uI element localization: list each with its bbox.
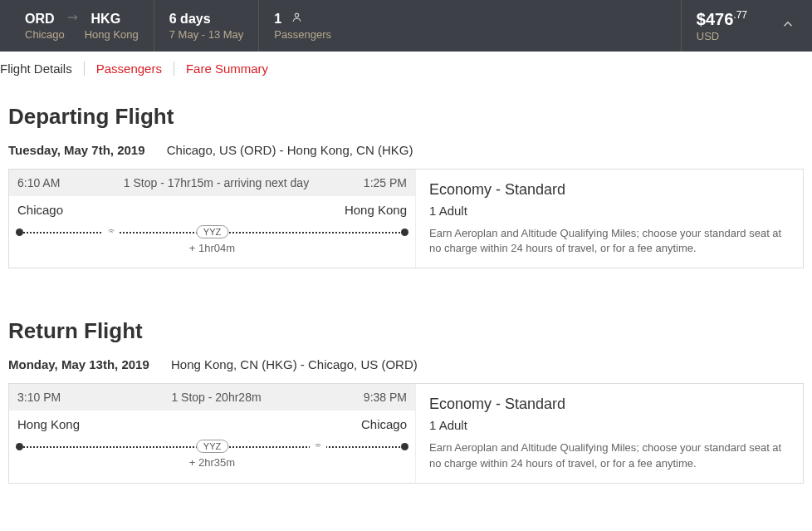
departing-times-row: 6:10 AM 1 Stop - 17hr15m - arriving next… — [9, 170, 415, 196]
tab-bar: Flight Details Passengers Fare Summary — [0, 52, 812, 86]
return-from-city: Hong Kong — [17, 417, 100, 431]
return-fare-class: Economy - Standard — [429, 396, 790, 413]
plane-icon — [65, 12, 81, 27]
departing-from-city: Chicago — [17, 203, 100, 217]
content-area: Departing Flight Tuesday, May 7th, 2019 … — [0, 104, 812, 509]
wifi-icon — [310, 440, 326, 453]
return-date: Monday, May 13th, 2019 — [8, 357, 149, 371]
dest-code: HKG — [91, 12, 121, 27]
chevron-up-icon — [780, 17, 795, 35]
price-cents: .77 — [733, 9, 747, 21]
return-title: Return Flight — [8, 318, 804, 344]
departing-route: Chicago, US (ORD) - Hong Kong, CN (HKG) — [167, 143, 413, 157]
departing-layover: + 1hr04m — [189, 242, 235, 254]
timeline-start-dot — [16, 443, 23, 450]
return-fare-note: Earn Aeroplan and Altitude Qualifying Mi… — [429, 440, 790, 470]
departing-stops-info: 1 Stop - 17hr15m - arriving next day — [100, 176, 332, 189]
return-layover: + 2hr35m — [189, 456, 235, 469]
tab-flight-details[interactable]: Flight Details — [0, 61, 85, 76]
return-arrive-time: 9:38 PM — [332, 391, 407, 404]
return-route: Hong Kong, CN (HKG) - Chicago, US (ORD) — [171, 357, 418, 371]
return-times-row: 3:10 PM 1 Stop - 20hr28m 9:38 PM — [9, 384, 415, 411]
duration-days: 6 days — [169, 12, 244, 27]
collapse-toggle[interactable] — [764, 0, 812, 52]
timeline-end-dot — [401, 443, 408, 450]
return-depart-time: 3:10 PM — [17, 391, 100, 404]
origin-city: Chicago — [25, 28, 65, 41]
departing-fare-class: Economy - Standard — [429, 181, 790, 199]
departing-arrive-time: 1:25 PM — [332, 176, 407, 189]
timeline-end-dot — [401, 229, 408, 236]
departing-cities-row: Chicago Hong Kong — [9, 196, 415, 220]
departing-depart-time: 6:10 AM — [17, 176, 100, 189]
departing-fare-note: Earn Aeroplan and Altitude Qualifying Mi… — [429, 226, 790, 256]
tab-fare-summary[interactable]: Fare Summary — [174, 61, 280, 76]
departing-card: 6:10 AM 1 Stop - 17hr15m - arriving next… — [8, 169, 804, 268]
origin-code: ORD — [25, 12, 55, 27]
return-timeline-panel: 3:10 PM 1 Stop - 20hr28m 9:38 PM Hong Ko… — [9, 384, 416, 482]
date-range: 7 May - 13 May — [169, 28, 244, 41]
pax-count: 1 — [274, 12, 281, 27]
departing-title: Departing Flight — [8, 104, 804, 130]
duration-cell: 6 days 7 May - 13 May — [154, 0, 259, 52]
return-stops-info: 1 Stop - 20hr28m — [100, 391, 332, 404]
passengers-cell: 1 Passengers — [258, 0, 346, 52]
pax-label: Passengers — [274, 28, 331, 41]
departing-date: Tuesday, May 7th, 2019 — [8, 143, 145, 157]
timeline-start-dot — [16, 229, 23, 236]
currency: USD — [697, 30, 747, 42]
departing-date-route: Tuesday, May 7th, 2019 Chicago, US (ORD)… — [8, 143, 804, 157]
route-cell: ORD HKG Chicago Hong Kong — [0, 0, 154, 52]
return-cities-row: Hong Kong Chicago — [9, 411, 415, 435]
departing-connection: YYZ — [196, 225, 228, 238]
wifi-icon — [103, 226, 120, 238]
return-date-route: Monday, May 13th, 2019 Hong Kong, CN (HK… — [8, 357, 804, 371]
return-timeline: YYZ + 2hr35m — [17, 440, 407, 473]
departing-timeline-panel: 6:10 AM 1 Stop - 17hr15m - arriving next… — [9, 170, 416, 268]
departing-fare-panel: Economy - Standard 1 Adult Earn Aeroplan… — [416, 170, 803, 268]
summary-header: ORD HKG Chicago Hong Kong 6 days 7 May -… — [0, 0, 812, 52]
price-cell: $476.77 USD — [681, 0, 764, 52]
departing-to-city: Hong Kong — [100, 203, 407, 217]
price-whole: $476 — [697, 9, 734, 27]
dest-city: Hong Kong — [85, 28, 139, 41]
header-spacer — [346, 0, 681, 52]
return-connection: YYZ — [196, 440, 228, 453]
tab-passengers[interactable]: Passengers — [85, 61, 174, 76]
departing-fare-pax: 1 Adult — [429, 204, 790, 218]
return-fare-pax: 1 Adult — [429, 418, 790, 432]
svg-point-0 — [296, 13, 299, 17]
return-fare-panel: Economy - Standard 1 Adult Earn Aeroplan… — [416, 384, 803, 482]
return-to-city: Chicago — [100, 417, 407, 431]
return-card: 3:10 PM 1 Stop - 20hr28m 9:38 PM Hong Ko… — [8, 383, 804, 483]
departing-timeline: YYZ + 1hr04m — [17, 225, 407, 258]
person-icon — [291, 12, 302, 27]
